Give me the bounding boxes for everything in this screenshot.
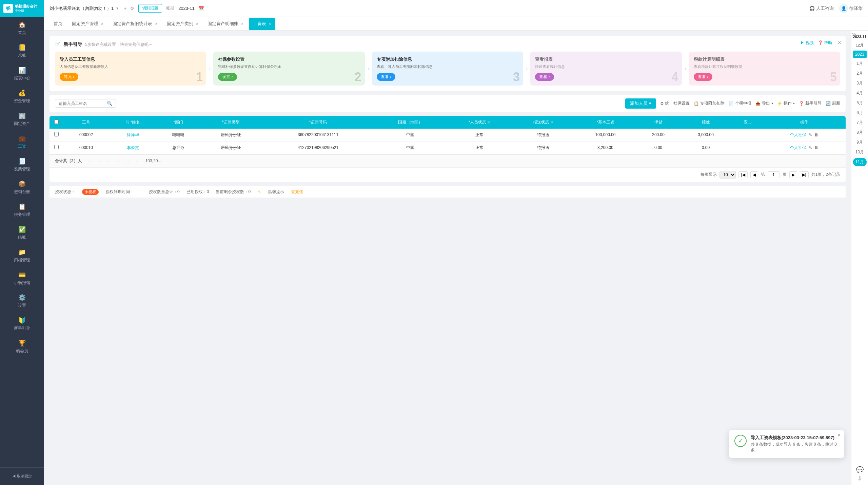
step-4-title: 查看报表 [535,56,677,62]
refresh-btn[interactable]: 🔄 刷新 [826,100,840,106]
report-status-filter-icon[interactable]: ▽ [551,120,553,124]
header-status[interactable]: *人员状态 ▽ [447,116,512,129]
step-1-btn[interactable]: 导入 › [60,73,78,81]
sidebar-item-tax[interactable]: 📋 税务管理 [0,199,44,222]
delete-icon[interactable]: 🗑 [814,132,818,137]
feedback-icon[interactable]: 💬 [856,466,864,473]
sidebar-item-purchase[interactable]: 📦 进销台账 [0,176,44,199]
month-3[interactable]: 3月 [853,79,867,88]
header-report-status[interactable]: 报送状态 ▽ [512,116,574,129]
personal-social-insurance-link[interactable]: 个人社保 [790,145,806,150]
toast-close-btn[interactable]: ✕ [837,433,841,438]
sidebar-item-finance[interactable]: 💰 资金管理 [0,85,44,108]
sidebar-item-close[interactable]: ✅ 结账 [0,222,44,244]
step-3-btn[interactable]: 查看 › [377,73,395,81]
personal-social-insurance-link[interactable]: 个人社保 [790,132,806,137]
tab-fixed-depreciation[interactable]: 固定资产折旧统计表 × [108,18,161,30]
account-dropdown-arrow[interactable]: ▼ [116,6,119,10]
ai-consult-btn[interactable]: 🎧 人工咨询 [809,5,834,12]
account-selector[interactable]: 刘小艳演示账套（勿删勿动！）1 ▼ [50,5,119,12]
per-page-select[interactable]: 10 20 50 [719,171,736,179]
sidebar-item-reports[interactable]: 📊 报表中心 [0,62,44,85]
special-deduction-btn[interactable]: 📋 专项附加扣除 [694,100,725,106]
emp-name-cell[interactable]: 徐泽华 [109,129,157,142]
sidebar-item-guide[interactable]: 🔰 新手引导 [0,313,44,335]
cancel-fixed-btn[interactable]: ◀ 取消固定 [0,471,44,482]
next-page-btn[interactable]: ▶ [789,171,797,178]
delete-icon[interactable]: 🗑 [814,145,818,150]
step-2-btn[interactable]: 设置 › [218,73,237,81]
sidebar-item-assets[interactable]: 🏢 固定资产 [0,108,44,131]
sidebar-item-member[interactable]: 🏆 畅会员 [0,335,44,358]
year-2023[interactable]: 2023 [853,51,867,58]
scroll-icon[interactable]: ⬇ [857,475,862,482]
tab-close-icon[interactable]: × [241,22,243,26]
operations-btn[interactable]: ⚡ 操作 ▾ [777,100,795,106]
month-item-12[interactable]: 12月 [853,41,867,49]
row-checkbox[interactable] [50,141,63,154]
month-2[interactable]: 2月 [853,69,867,78]
add-account-icon[interactable]: ＋ [123,5,127,12]
wizard-help-link[interactable]: ❓ 帮助 [818,40,832,46]
month-6[interactable]: 6月 [853,109,867,117]
tax-report-btn[interactable]: 📄 个税申报 [729,100,751,106]
tab-close-icon[interactable]: × [101,22,103,26]
tab-fixed-assets[interactable]: 固定资产管理 × [68,18,107,30]
emp-name-cell[interactable]: 李俊杰 [109,141,157,154]
sidebar-item-label: 总账 [18,53,26,58]
social-insurance-btn[interactable]: ⚙ 统一社保设置 [660,100,690,106]
month-5[interactable]: 5月 [853,99,867,107]
select-all-checkbox[interactable] [54,119,59,124]
sidebar-item-salary[interactable]: 💼 工资 [0,131,44,153]
month-4[interactable]: 4月 [853,89,867,97]
month-11[interactable]: 11月 [853,158,867,166]
month-9[interactable]: 9月 [853,138,867,147]
tab-close-icon[interactable]: × [269,22,271,26]
sidebar-item-ledger[interactable]: 📒 总账 [0,40,44,62]
step-4-btn[interactable]: 查看 › [535,73,554,81]
month-8[interactable]: 8月 [853,128,867,137]
status-filter-icon[interactable]: ▽ [488,120,490,124]
month-7[interactable]: 7月 [853,118,867,127]
header-id-number: *证照号码 [262,116,374,129]
add-person-button[interactable]: 添加人员 ▾ [625,98,656,109]
tab-fixed-assets-label: 固定资产管理 [72,21,98,27]
tab-fixed-detail[interactable]: 固定资产明细账 × [203,18,247,30]
edit-icon[interactable]: ✎ [809,145,812,150]
wizard-btn[interactable]: ❓ 新手引导 [799,100,822,106]
panel-collapse-icon[interactable]: ≫ [852,32,856,37]
sidebar-item-invoice[interactable]: 🧾 发票管理 [0,153,44,176]
user-profile[interactable]: 👤 徐泽华 [839,4,863,13]
recharge-link[interactable]: 去充值 [291,189,303,195]
prev-page-btn[interactable]: ◀ [750,171,758,178]
wizard-close-btn[interactable]: ✕ [837,40,842,45]
wizard-video-link[interactable]: ▶ 视频 [800,40,813,46]
last-page-btn[interactable]: ▶| [800,171,809,178]
step-5-btn[interactable]: 查看 › [694,73,712,81]
month-10[interactable]: 10月 [853,148,867,156]
tab-close-icon[interactable]: × [155,22,157,26]
sidebar-item-settings[interactable]: ⚙️ 设置 [0,290,44,313]
first-page-btn[interactable]: |◀ [738,171,747,178]
sidebar-item-archive[interactable]: 📁 归档管理 [0,244,44,267]
header-checkbox[interactable] [50,116,63,129]
export-btn[interactable]: 📤 导出 ▾ [755,100,773,106]
archive-icon: 📁 [18,248,26,256]
tab-home[interactable]: 首页 [50,18,66,30]
calendar-icon[interactable]: 📅 [199,6,204,11]
sidebar-item-expense[interactable]: 💳 小畅报销 [0,267,44,290]
tab-salary[interactable]: 工资表 × [249,18,275,30]
search-wrap[interactable]: 🔍 [55,99,116,108]
row-checkbox[interactable] [50,129,63,142]
search-input[interactable] [59,101,105,106]
sidebar-item-home[interactable]: 🏠 首页 [0,17,44,40]
settings-icon[interactable]: ⚙ [130,6,134,11]
edit-icon[interactable]: ✎ [809,132,812,137]
tab-close-icon[interactable]: × [196,22,198,26]
tab-fixed-category[interactable]: 固定资产类别 × [163,18,202,30]
switch-version-button[interactable]: 切到旧版 [138,4,162,13]
page-input[interactable] [768,171,780,178]
month-1[interactable]: 1月 [853,59,867,68]
add-person-dropdown-icon[interactable]: ▾ [649,101,651,106]
header-name[interactable]: ⇅ *姓名 [109,116,157,129]
